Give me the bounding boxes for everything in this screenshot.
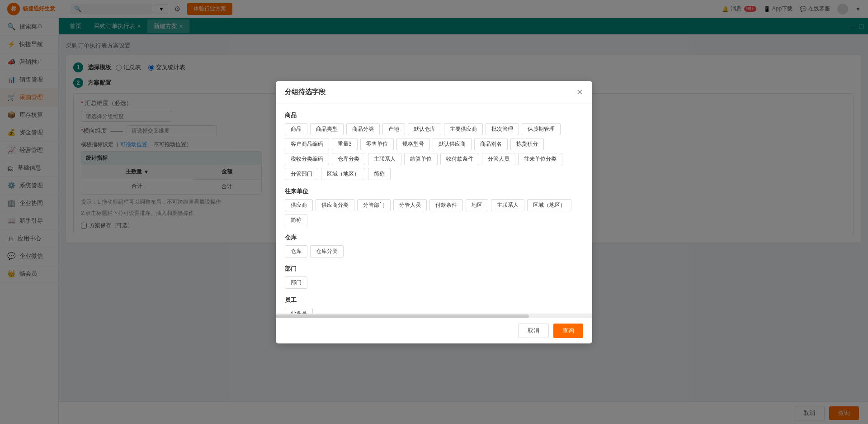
- field-chip[interactable]: 零售单位: [360, 138, 394, 150]
- field-group-goods: 商品商品商品类型商品分类产地默认仓库主要供应商批次管理保质期管理客户商品编码重量…: [285, 111, 583, 180]
- field-chip[interactable]: 分管人员: [482, 153, 515, 165]
- field-chip[interactable]: 付款条件: [429, 199, 463, 211]
- field-chip[interactable]: 部门: [285, 276, 307, 289]
- field-chip[interactable]: 供应商: [285, 199, 313, 211]
- field-chips-employee: 业务员: [285, 308, 583, 314]
- field-group-partner: 往来单位供应商供应商分类分管部门分管人员付款条件地区主联系人区域（地区）简称: [285, 187, 583, 226]
- field-chip[interactable]: 仓库分类: [332, 153, 365, 165]
- modal-scrollbar-track: [276, 314, 592, 317]
- field-chips-goods: 商品商品类型商品分类产地默认仓库主要供应商批次管理保质期管理客户商品编码重量3零…: [285, 123, 583, 180]
- field-chip[interactable]: 批次管理: [486, 123, 519, 135]
- field-chip[interactable]: 税收分类编码: [285, 153, 329, 165]
- field-group-warehouse: 仓库仓库仓库分类: [285, 233, 583, 257]
- field-group-department: 部门部门: [285, 265, 583, 289]
- modal-close-button[interactable]: ✕: [576, 87, 583, 97]
- field-chip[interactable]: 商品别名: [474, 138, 508, 150]
- field-chips-partner: 供应商供应商分类分管部门分管人员付款条件地区主联系人区域（地区）简称: [285, 199, 583, 226]
- field-group-title-department: 部门: [285, 265, 583, 273]
- field-chip[interactable]: 商品分类: [346, 123, 380, 135]
- field-chip[interactable]: 往来单位分类: [518, 153, 562, 165]
- field-chip[interactable]: 仓库分类: [310, 245, 344, 257]
- field-chip[interactable]: 客户商品编码: [285, 138, 329, 150]
- field-chip[interactable]: 主联系人: [491, 199, 524, 211]
- field-chip[interactable]: 商品类型: [310, 123, 344, 135]
- field-chip[interactable]: 业务员: [285, 308, 313, 314]
- field-chip[interactable]: 结算单位: [404, 153, 438, 165]
- modal-title: 分组待选字段: [285, 88, 326, 96]
- field-chip[interactable]: 保质期管理: [522, 123, 561, 135]
- field-chip[interactable]: 主要供应商: [444, 123, 483, 135]
- field-chip[interactable]: 分管部门: [285, 168, 318, 180]
- modal-header: 分组待选字段 ✕: [276, 81, 592, 104]
- field-chip[interactable]: 拣货积分: [510, 138, 544, 150]
- field-chip[interactable]: 分管人员: [393, 199, 427, 211]
- field-chip[interactable]: 收付款条件: [440, 153, 479, 165]
- modal-scrollbar-thumb: [276, 314, 529, 318]
- field-group-title-goods: 商品: [285, 111, 583, 119]
- field-chip[interactable]: 默认仓库: [408, 123, 441, 135]
- field-select-modal: 分组待选字段 ✕ 商品商品商品类型商品分类产地默认仓库主要供应商批次管理保质期管…: [276, 81, 592, 343]
- field-chip[interactable]: 默认供应商: [433, 138, 472, 150]
- field-chip[interactable]: 区域（地区）: [321, 168, 365, 180]
- field-group-title-warehouse: 仓库: [285, 233, 583, 242]
- field-chip[interactable]: 产地: [382, 123, 405, 135]
- field-chip[interactable]: 仓库: [285, 245, 307, 257]
- field-chip[interactable]: 地区: [466, 199, 488, 211]
- modal-footer: 取消 查询: [276, 318, 592, 343]
- field-chip[interactable]: 分管部门: [357, 199, 391, 211]
- field-chip[interactable]: 简称: [285, 214, 307, 226]
- field-chip[interactable]: 主联系人: [368, 153, 401, 165]
- field-group-title-partner: 往来单位: [285, 187, 583, 195]
- cancel-button[interactable]: 取消: [518, 324, 549, 338]
- field-chip[interactable]: 商品: [285, 123, 307, 135]
- field-chips-department: 部门: [285, 276, 583, 289]
- field-chip[interactable]: 重量3: [332, 138, 358, 150]
- field-chip[interactable]: 简称: [368, 168, 391, 180]
- field-chips-warehouse: 仓库仓库分类: [285, 245, 583, 257]
- confirm-button[interactable]: 查询: [553, 324, 583, 338]
- field-chip[interactable]: 供应商分类: [316, 199, 354, 211]
- field-group-title-employee: 员工: [285, 296, 583, 304]
- field-chip[interactable]: 区域（地区）: [527, 199, 571, 211]
- modal-body[interactable]: 商品商品商品类型商品分类产地默认仓库主要供应商批次管理保质期管理客户商品编码重量…: [276, 104, 592, 314]
- field-chip[interactable]: 规格型号: [396, 138, 430, 150]
- field-group-employee: 员工业务员: [285, 296, 583, 314]
- modal-overlay: 分组待选字段 ✕ 商品商品商品类型商品分类产地默认仓库主要供应商批次管理保质期管…: [0, 0, 868, 424]
